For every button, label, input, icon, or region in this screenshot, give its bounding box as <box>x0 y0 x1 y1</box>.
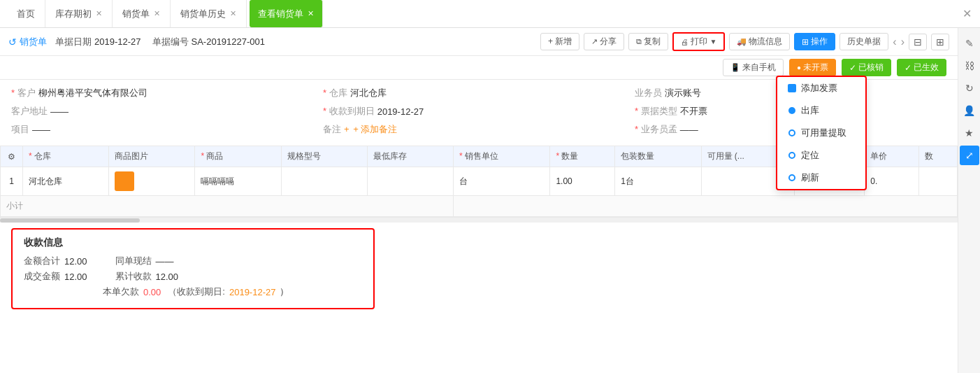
deal-amount-label: 成交金额 <box>24 270 60 283</box>
effective-button[interactable]: ✓ 已生效 <box>897 59 946 76</box>
sidebar-link-icon[interactable]: ⛓ <box>960 56 979 76</box>
tab-sales-order[interactable]: 销货单 ✕ <box>113 0 171 27</box>
project-value: —— <box>32 125 50 135</box>
col-min-stock: 最低库存 <box>367 146 453 167</box>
arrears-field: 本单欠款 0.00 （收款到期日: 2019-12-27 ） <box>103 286 289 298</box>
same-order-settle-value: —— <box>156 256 174 267</box>
doc-number-label: 单据编号 SA-20191227-001 <box>152 36 266 48</box>
payment-title: 收款信息 <box>24 237 362 249</box>
logistics-button[interactable]: 🚚 物流信息 <box>729 33 790 50</box>
tab-close-sales[interactable]: ✕ <box>154 9 160 18</box>
note-label: 备注 <box>323 123 341 136</box>
row-package-qty: 1台 <box>615 167 701 196</box>
row-quantity: 1.00 <box>550 167 615 196</box>
sidebar-user-icon[interactable]: 👤 <box>960 101 979 120</box>
customer-label: 客户 <box>11 87 36 99</box>
employee-value: 演示账号 <box>665 87 701 99</box>
arrears-due-date-value: 2019-12-27 <box>229 287 276 297</box>
window-close-button[interactable]: ✕ <box>963 7 972 20</box>
not-invoiced-button[interactable]: ● 未开票 <box>789 59 836 76</box>
add-invoice-icon <box>787 83 797 93</box>
arrears-due-date: （收款到期日: <box>168 286 225 298</box>
warehouse-value: 河北仓库 <box>350 87 387 99</box>
next-button[interactable]: › <box>901 36 905 48</box>
address-field: 客户地址 —— <box>11 105 323 118</box>
deal-amount-value: 12.00 <box>64 272 87 282</box>
total-amount-value: 12.00 <box>64 256 87 267</box>
tab-bar: 首页 库存期初 ✕ 销货单 ✕ 销货单历史 ✕ 查看销货单 ✕ ✕ <box>0 0 980 28</box>
sidebar-star-icon[interactable]: ★ <box>960 123 979 143</box>
add-invoice-item[interactable]: 添加发票 <box>777 77 865 99</box>
add-note-button[interactable]: + + 添加备注 <box>344 123 397 136</box>
table-scrollbar[interactable] <box>0 217 958 223</box>
row-spec <box>281 167 367 196</box>
col-package-qty: 包装数量 <box>615 146 701 167</box>
same-order-settle-field: 同单现结 —— <box>115 255 174 267</box>
total-amount-field: 金额合计 12.00 <box>24 255 87 267</box>
warehouse-label: 仓库 <box>323 87 347 99</box>
doc-toolbar: ↺ 销货单 单据日期 2019-12-27 单据编号 SA-20191227-0… <box>0 28 958 56</box>
payment-row-2: 成交金额 12.00 累计收款 12.00 <box>24 270 362 283</box>
col-unit-price: 单价 <box>865 146 919 167</box>
from-phone-button[interactable]: 📱 来自手机 <box>723 59 784 76</box>
accumulated-payment-field: 累计收款 12.00 <box>115 270 179 283</box>
sidebar-expand-icon[interactable]: ⤢ <box>960 146 979 165</box>
deal-amount-field: 成交金额 12.00 <box>24 270 87 283</box>
copy-button[interactable]: ⧉ 复制 <box>628 33 668 50</box>
subtotal-label: 小计 <box>1 196 454 217</box>
grid-view-button[interactable]: ⊟ <box>909 34 927 50</box>
locate-icon <box>787 150 797 160</box>
outbound-item[interactable]: 出库 <box>777 99 865 122</box>
row-index: 1 <box>1 167 23 196</box>
list-view-button[interactable]: ⊞ <box>931 34 949 50</box>
right-sidebar: ✎ ⛓ ↻ 👤 ★ ⤢ <box>958 28 980 373</box>
salesperson-label: 业务员孟 <box>635 123 677 136</box>
tab-close-inventory[interactable]: ✕ <box>96 9 102 18</box>
col-settings[interactable]: ⚙ <box>1 146 23 167</box>
due-date-value: 2019-12-27 <box>377 106 424 117</box>
refresh-item[interactable]: 刷新 <box>777 167 865 189</box>
col-sales-unit: 销售单位 <box>454 146 550 167</box>
due-date-field: 收款到期日 2019-12-27 <box>323 105 635 118</box>
operate-button[interactable]: ⊞ 操作 <box>794 33 835 50</box>
col-product: 商品 <box>195 146 281 167</box>
available-extract-icon <box>787 128 797 138</box>
tab-close-history[interactable]: ✕ <box>230 9 236 18</box>
row-min-stock <box>367 167 453 196</box>
tab-sales-history[interactable]: 销货单历史 ✕ <box>171 0 247 27</box>
tab-view-sales[interactable]: 查看销货单 ✕ <box>250 0 323 27</box>
print-button[interactable]: 🖨 打印 ▼ <box>672 32 725 51</box>
locate-item[interactable]: 定位 <box>777 144 865 167</box>
row-warehouse: 河北仓库 <box>23 167 109 196</box>
sidebar-edit-icon[interactable]: ✎ <box>960 34 979 53</box>
arrears-label: 本单欠款 <box>103 286 139 298</box>
subtotal-values <box>454 196 958 217</box>
history-button[interactable]: 历史单据 <box>840 33 888 50</box>
share-button[interactable]: ↗ 分享 <box>584 33 624 50</box>
address-label: 客户地址 <box>11 105 48 118</box>
salesperson-value: —— <box>680 125 698 135</box>
same-order-settle-label: 同单现结 <box>115 255 152 267</box>
col-quantity: 数量 <box>550 146 615 167</box>
product-thumbnail <box>115 171 134 191</box>
subtotal-row: 小计 <box>1 196 958 217</box>
sidebar-rotate-icon[interactable]: ↻ <box>960 78 979 98</box>
tab-home[interactable]: 首页 <box>7 0 45 27</box>
doc-actions: + 新增 ↗ 分享 ⧉ 复制 🖨 打印 ▼ 🚚 物流信息 <box>540 32 949 51</box>
payment-row-1: 金额合计 12.00 同单现结 —— <box>24 255 362 267</box>
new-button[interactable]: + 新增 <box>540 33 579 50</box>
verified-button[interactable]: ✓ 已核销 <box>842 59 891 76</box>
available-extract-item[interactable]: 可用量提取 <box>777 122 865 144</box>
prev-button[interactable]: ‹ <box>893 36 896 48</box>
arrears-value: 0.00 <box>143 287 161 297</box>
outbound-icon <box>787 106 797 115</box>
warehouse-field: 仓库 河北仓库 <box>323 87 635 99</box>
payment-row-3: 本单欠款 0.00 （收款到期日: 2019-12-27 ） <box>24 286 362 298</box>
scroll-thumb[interactable] <box>0 218 140 223</box>
arrears-paren-close: ） <box>280 286 289 298</box>
tab-close-view[interactable]: ✕ <box>308 9 314 18</box>
address-value: —— <box>50 106 69 117</box>
col-warehouse: 仓库 <box>23 146 109 167</box>
tab-inventory-init[interactable]: 库存期初 ✕ <box>45 0 113 27</box>
row-product-image <box>109 167 195 196</box>
